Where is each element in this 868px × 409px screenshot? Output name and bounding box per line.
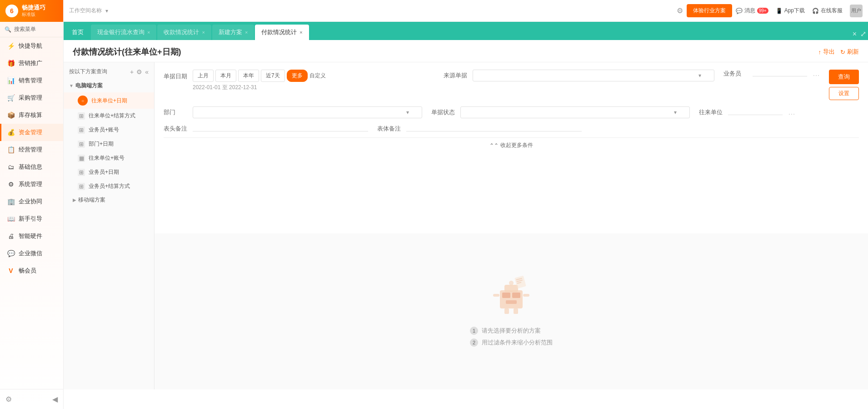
sidebar-item-inventory[interactable]: 📦 库存核算 (0, 106, 63, 124)
search-menu-label: 搜索菜单 (14, 25, 36, 33)
refresh-icon: ↻ (840, 49, 845, 56)
solution-item-staff-date[interactable]: ⊞ 业务员+日期 (64, 165, 154, 179)
header-note-input[interactable] (193, 126, 368, 131)
sidebar-item-operation[interactable]: 📋 经营管理 (0, 141, 63, 158)
collapse-btn-label: 收起更多条件 (500, 141, 533, 149)
date-btn-7days[interactable]: 近7天 (261, 70, 285, 82)
tab-bank-flow[interactable]: 现金银行流水查询 × (91, 25, 156, 40)
sidebar-item-vip[interactable]: V 畅会员 (0, 262, 63, 279)
left-panel-actions: + ⚙ « (130, 68, 149, 76)
staff-filter-dots-icon[interactable]: … (813, 70, 820, 78)
settings-footer-button[interactable]: ⚙ (4, 393, 14, 405)
empty-tips-list: 1 请先选择要分析的方案 2 用过滤条件来缩小分析范围 (470, 327, 553, 350)
message-badge: 99+ (757, 8, 768, 14)
collapse-sidebar-button[interactable]: ◀ (50, 393, 60, 405)
page-title: 付款情况统计(往来单位+日期) (73, 46, 181, 57)
staff-input[interactable] (753, 71, 807, 76)
sidebar-item-wechat[interactable]: 💬 企业微信 (0, 245, 63, 262)
query-button[interactable]: 查询 (829, 70, 859, 84)
date-btn-this-month[interactable]: 本月 (215, 70, 236, 82)
solution-group-mobile-header[interactable]: ▶ 移动端方案 (64, 193, 154, 207)
sidebar-header: 6 畅捷通巧 标准版 (0, 0, 63, 22)
sidebar-item-system[interactable]: ⚙ 系统管理 (0, 176, 63, 193)
refresh-button[interactable]: ↻ 刷新 (840, 48, 859, 56)
sidebar-nav: ⚡ 快捷导航 🎁 营销推广 📊 销售管理 🛒 采购管理 📦 库存核算 💰 资金管… (0, 37, 63, 389)
body-note-input[interactable] (406, 126, 582, 131)
mobile-group-label: 移动端方案 (78, 196, 105, 204)
solution-item-staff-account[interactable]: ⊞ 业务员+账号 (64, 123, 154, 137)
add-solution-button[interactable]: + (130, 68, 134, 76)
solution-item-unit-settle[interactable]: ⊞ 往来单位+结算方式 (64, 109, 154, 123)
tab-fullscreen-icon[interactable]: ⤢ (860, 30, 866, 38)
collapse-filter-button[interactable]: ⌃⌃ 收起更多条件 (164, 137, 859, 153)
related-unit-label: 往来单位 (699, 108, 724, 116)
date-btn-last-month[interactable]: 上月 (193, 70, 214, 82)
tab-close-all-icon[interactable]: × (853, 30, 857, 38)
tab-bank-flow-label: 现金银行流水查询 (97, 28, 145, 36)
sidebar-item-label: 资金管理 (19, 128, 42, 136)
solution-unit-date-label: 往来单位+日期 (91, 97, 127, 105)
tab-new-plan[interactable]: 新建方案 × (212, 25, 254, 40)
solution-unit-account-label: 往来单位+账号 (89, 154, 125, 162)
sidebar-item-enterprise[interactable]: 🏢 企业协同 (0, 193, 63, 210)
date-custom-label[interactable]: 自定义 (309, 72, 326, 80)
sidebar-item-finance[interactable]: 💰 资金管理 (0, 124, 63, 141)
trial-btn[interactable]: 体验行业方案 (687, 4, 732, 17)
sidebar-item-beginner[interactable]: 📖 新手引导 (0, 210, 63, 227)
service-label: 在线客服 (821, 7, 843, 15)
solution-item-unit-date[interactable]: ○ 往来单位+日期 (64, 92, 154, 109)
sidebar-item-basic[interactable]: 🗂 基础信息 (0, 158, 63, 176)
mobile-group-arrow-icon: ▶ (73, 197, 76, 202)
enterprise-icon: 🏢 (7, 197, 15, 206)
sidebar-subtitle: 标准版 (22, 11, 45, 18)
tab-payment-close-icon[interactable]: × (299, 30, 302, 35)
workspace-chevron-icon[interactable]: ▾ (105, 8, 108, 14)
doc-status-select[interactable]: ▾ (460, 106, 690, 118)
dept-select[interactable]: ▾ (193, 106, 422, 118)
source-select[interactable]: ▾ (473, 70, 714, 81)
sidebar-item-marketing[interactable]: 🎁 营销推广 (0, 55, 63, 72)
solution-item-dept-date[interactable]: ⊞ 部门+日期 (64, 137, 154, 151)
system-icon: ⚙ (7, 180, 15, 188)
date-btn-this-year[interactable]: 本年 (238, 70, 259, 82)
tip-num-2: 2 (470, 338, 478, 347)
tab-bank-flow-close-icon[interactable]: × (147, 30, 150, 35)
date-btn-more[interactable]: 更多 (287, 70, 308, 82)
message-btn[interactable]: 💬 消息 99+ (736, 7, 768, 15)
solution-item-staff-settle[interactable]: ⊞ 业务员+结算方式 (64, 179, 154, 193)
export-button[interactable]: ↑ 导出 (818, 48, 835, 56)
search-menu[interactable]: 🔍 搜索菜单 (0, 22, 63, 37)
topbar-gear-icon[interactable]: ⚙ (677, 6, 683, 15)
tab-new-plan-close-icon[interactable]: × (245, 30, 248, 35)
tab-receipt-stats[interactable]: 收款情况统计 × (157, 25, 211, 40)
sidebar-item-quick-nav[interactable]: ⚡ 快捷导航 (0, 37, 63, 55)
user-avatar[interactable]: 用户 (850, 5, 863, 17)
sales-icon: 📊 (7, 76, 15, 85)
source-filter-label: 来源单据 (444, 71, 469, 80)
tab-home[interactable]: 首页 (65, 25, 90, 40)
sidebar-brand: 畅捷通巧 标准版 (22, 4, 45, 18)
related-unit-dots-icon[interactable]: … (788, 108, 795, 116)
related-unit-input[interactable] (728, 110, 783, 115)
collapse-panel-icon[interactable]: « (145, 68, 149, 76)
filter-area: 按以下方案查询 + ⚙ « ▼ 电脑端方案 (64, 62, 868, 389)
filter-settings-button[interactable]: 设置 (829, 87, 859, 100)
app-download-btn[interactable]: 📱 App下载 (776, 7, 805, 15)
empty-tip-2: 2 用过滤条件来缩小分析范围 (470, 338, 553, 347)
left-panel-label: 按以下方案查询 (69, 68, 107, 76)
date-range-display: 2022-01-01 至 2022-12-31 (193, 84, 326, 91)
staff-filter-label: 业务员 (723, 70, 749, 78)
solution-item-unit-account[interactable]: ▦ 往来单位+账号 (64, 151, 154, 165)
empty-state-area: 1 请先选择要分析的方案 2 用过滤条件来缩小分析范围 (155, 233, 868, 390)
sidebar-item-label: 新手引导 (19, 215, 42, 223)
online-service-btn[interactable]: 🎧 在线客服 (812, 7, 843, 15)
vip-icon: V (7, 267, 15, 275)
solution-settings-icon[interactable]: ⚙ (136, 68, 142, 76)
sidebar-item-hardware[interactable]: 🖨 智能硬件 (0, 227, 63, 245)
solution-group-desktop-header[interactable]: ▼ 电脑端方案 (64, 79, 154, 92)
svg-rect-9 (514, 308, 518, 314)
sidebar-item-sales[interactable]: 📊 销售管理 (0, 72, 63, 89)
tab-payment-stats[interactable]: 付款情况统计 × (255, 25, 309, 40)
sidebar-item-purchase[interactable]: 🛒 采购管理 (0, 89, 63, 106)
tab-receipt-close-icon[interactable]: × (202, 30, 205, 35)
